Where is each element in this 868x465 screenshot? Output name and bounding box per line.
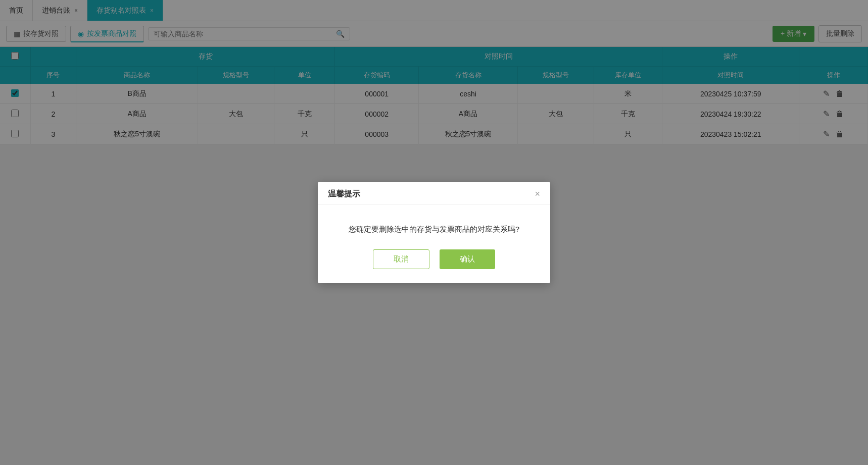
modal-overlay: 温馨提示 × 您确定要删除选中的存货与发票商品的对应关系吗? 取消 确认: [0, 0, 868, 144]
